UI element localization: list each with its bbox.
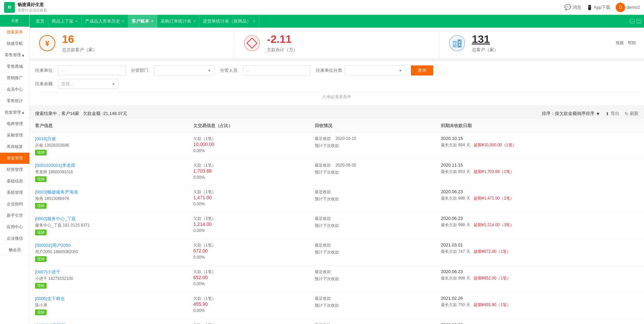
customer-name[interactable]: [0003]畅捷服务尹海燕	[35, 189, 183, 195]
customer-name[interactable]: [0006]去下粮仓	[35, 296, 183, 302]
tab-close[interactable]: ×	[122, 19, 124, 24]
overdue-link[interactable]: 超期¥1,471.00（1笔）	[474, 196, 514, 201]
customer-name[interactable]: [000001]黄思源	[35, 322, 183, 324]
message-btn[interactable]: 💬 消息	[564, 4, 581, 10]
debt-amount[interactable]: 1,214.00	[193, 222, 304, 227]
sidebar-item-operation[interactable]: 经营管理	[0, 164, 29, 176]
app-download-btn[interactable]: 📱 App下载	[587, 4, 610, 10]
debt-amount[interactable]: 652.00	[193, 275, 304, 280]
sidebar-item-retail-store[interactable]: 零售商城	[0, 61, 29, 72]
sidebar-logo[interactable]: 示意	[0, 15, 29, 27]
debt-amount[interactable]: 455.90	[193, 301, 304, 307]
sidebar-item-system[interactable]: 系统管理	[0, 187, 29, 199]
supplier-input[interactable]: ···	[58, 65, 125, 76]
sidebar-item-retail-mgmt[interactable]: 零售管理 ▲	[0, 50, 29, 61]
summary-actions: 排序：按欠款金额倒序排序 ▼ ⬆ 导出 ↻ 刷新	[542, 111, 639, 117]
tab-close[interactable]: ×	[151, 19, 153, 24]
debt-info-cell: 欠款（1笔） 1,703.68 0.00%	[188, 159, 309, 186]
sidebar-item-member[interactable]: 会员中心	[0, 84, 29, 95]
overdue-link[interactable]: 超期¥455.90（1笔）	[474, 302, 511, 307]
svg-text:¥: ¥	[45, 39, 50, 48]
next-payment-label: 预计下次收款	[315, 223, 430, 229]
tab-purchase_order[interactable]: 采购订单统计表×	[157, 15, 199, 28]
tab-close[interactable]: ×	[76, 19, 78, 24]
customer-name[interactable]: [0002]服务中心_丁磊	[35, 216, 183, 222]
balance-placeholder: 选择...	[61, 81, 74, 87]
sidebar-item-purchase[interactable]: 采购管理	[0, 130, 29, 141]
debt-amount[interactable]: 1,703.68	[193, 168, 304, 174]
debt-amount[interactable]: 672.00	[193, 248, 304, 254]
sort-arrow: ▼	[596, 111, 600, 116]
sidebar-item-finance[interactable]: 资金管理	[0, 153, 29, 164]
sidebar-item-inventory[interactable]: 库存核算	[0, 141, 29, 153]
last-payment-label: 最近收款 2020-06-30	[315, 163, 430, 168]
data-table-container: 客户信息欠交易信息（占比）回收情况到期未收款日期 [0016]吕俊 吕俊 130…	[30, 119, 644, 324]
tab-customer_account[interactable]: 客户账本×	[128, 15, 157, 28]
sort-dropdown[interactable]: 排序：按欠款金额倒序排序 ▼	[542, 111, 600, 117]
sidebar-item-vip[interactable]: 畅会员	[0, 244, 29, 256]
customer-name[interactable]: [0001020001]李老师	[35, 163, 183, 169]
collapse-icon: ⋀	[323, 94, 326, 99]
tab-home[interactable]: 首页	[32, 15, 48, 28]
debt-label: 欠款（3笔）	[193, 216, 304, 222]
tab-products_off[interactable]: 商品上下架×	[48, 15, 82, 28]
sidebar-item-base-info[interactable]: 基础信息	[0, 176, 29, 187]
tab-close[interactable]: ×	[253, 19, 255, 24]
customer-name[interactable]: [0007]小进千	[35, 269, 183, 275]
collapse-bar[interactable]: ⋀ 收起更多条件	[35, 92, 639, 101]
app-logo: 好	[4, 2, 15, 13]
overdue-link[interactable]: 超期¥10,000.00（1笔）	[474, 143, 516, 147]
customer-badge: 现销	[35, 310, 47, 315]
video-link[interactable]: 视频	[616, 40, 624, 46]
overdue-link[interactable]: 超期¥672.00（1笔）	[474, 249, 511, 254]
summary-result: 搜索结果中，客户16家 欠款金额 -21,148.07元	[35, 111, 127, 117]
sidebar-item-quick-nav[interactable]: 快捷导航	[0, 38, 29, 50]
next-payment-label: 预计下次收款	[315, 276, 430, 282]
sidebar-item-enterprise[interactable]: 企业协同	[0, 199, 29, 210]
tab-production_history[interactable]: 产成品入库单历史×	[82, 15, 128, 28]
customer-name[interactable]: [000002]用户2050	[35, 242, 183, 248]
customer-name[interactable]: [0016]吕俊	[35, 136, 183, 142]
app-demo: 母婴行业演示账套	[18, 8, 47, 13]
debt-amount[interactable]: 10,000.00	[193, 142, 304, 147]
minimize-button[interactable]: —	[630, 19, 635, 24]
svg-rect-8	[459, 41, 460, 43]
sort-label: 排序：按欠款金额倒序排序	[542, 111, 594, 117]
overdue-link[interactable]: 超期¥1,214.00（3笔）	[474, 223, 514, 227]
sidebar-item-marketing[interactable]: 营销推广	[0, 72, 29, 84]
sidebar-search[interactable]: 搜索菜单	[0, 27, 29, 38]
debt-pct: 0.00%	[193, 202, 304, 206]
export-btn[interactable]: ⬆ 导出	[606, 111, 619, 117]
sidebar-item-ecommerce[interactable]: 电商管理	[0, 118, 29, 130]
debt-amount[interactable]: 1,471.00	[193, 195, 304, 200]
sidebar-item-enterprise-wechat[interactable]: 企业微信	[0, 233, 29, 244]
help-link[interactable]: 帮助	[628, 40, 636, 46]
svg-rect-9	[459, 44, 460, 46]
balance-select[interactable]: 选择... ▼	[58, 79, 119, 89]
user-profile[interactable]: D demo2	[616, 3, 640, 12]
overdue-link[interactable]: 超期¥1,703.68（1笔）	[474, 169, 514, 174]
overdue-link[interactable]: 超期¥652.00（1笔）	[474, 276, 511, 281]
refresh-btn[interactable]: ↻ 刷新	[625, 111, 639, 117]
manager-input[interactable]: ···	[243, 65, 310, 76]
tabs-area: 首页商品上下架×产成品入库单历史×客户账本×采购订单统计表×进货单统计表（按商品…	[32, 15, 630, 28]
dept-select[interactable]: ▼	[154, 65, 215, 76]
tab-close[interactable]: ×	[193, 19, 196, 24]
sidebar-item-newbie[interactable]: 新手引导	[0, 210, 29, 222]
sidebar-item-batch-mgmt[interactable]: 批发管理 ▲	[0, 107, 29, 118]
nav-label: 企业微信	[7, 236, 23, 241]
avatar: D	[616, 3, 625, 12]
stat-overdue-label: 总欠款客户（家）	[62, 47, 97, 53]
class-select[interactable]: ▼	[345, 65, 405, 76]
sidebar-item-retail-stats[interactable]: 零售统计	[0, 95, 29, 107]
overdue-info: 最长欠款 998 天 超期¥652.00（1笔）	[441, 275, 639, 281]
filter-balance: 往来余额 选择... ▼	[35, 79, 119, 89]
tab-import_stats[interactable]: 进货单统计表（按商品）×	[199, 15, 259, 28]
sidebar-item-app-center[interactable]: 应用中心	[0, 222, 29, 233]
search-button[interactable]: 查询	[411, 65, 433, 76]
svg-point-4	[449, 35, 465, 51]
sidebar-search-text: 搜索菜单	[1, 29, 28, 35]
due-date-cell: 2020.06.23 最长欠款 998 天 超期¥1,471.00（1笔）	[436, 186, 644, 212]
next-payment-label: 预计下次收款	[315, 170, 430, 175]
maximize-button[interactable]: □	[637, 19, 641, 24]
